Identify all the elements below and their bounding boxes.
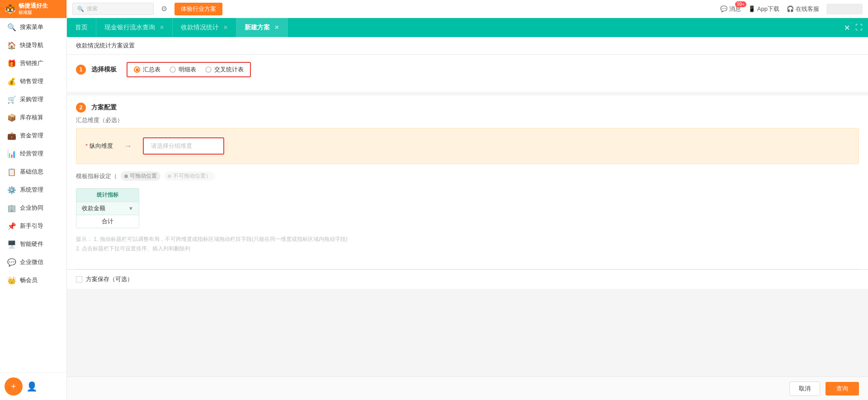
sidebar-logo: 🐯 畅捷通好生 标准版 <box>0 0 66 18</box>
radio-btn-cross[interactable] <box>205 66 212 73</box>
save-label: 方案保存（可选） <box>86 275 133 283</box>
config-area: 汇总维度（必选） * 纵向维度 → 请选择分组维度 模板指标设定（ <box>67 116 868 269</box>
download-btn[interactable]: 📱 App下载 <box>748 5 779 13</box>
enterprise-icon: 🏢 <box>7 203 16 212</box>
sidebar-item-capital[interactable]: 💼 资金管理 <box>0 127 66 145</box>
sidebar-label-quick-nav: 快捷导航 <box>20 41 43 49</box>
sidebar-item-marketing[interactable]: 🎁 营销推广 <box>0 54 66 72</box>
close-window-icon[interactable]: ✕ <box>844 24 850 32</box>
tip1-text: 1. 拖动标题栏可以调整布局，不可跨维度或指标区域拖动栏目字段(只能在同一维度或… <box>94 236 347 242</box>
smart-hw-icon: 🖥️ <box>7 240 16 249</box>
member-icon: 👑 <box>7 276 16 285</box>
tab-receipt-stat[interactable]: 收款情况统计 ✕ <box>173 18 236 37</box>
radio-detail[interactable]: 明细表 <box>170 66 196 74</box>
sidebar-label-guide: 新手引导 <box>20 222 43 230</box>
sidebar-item-quick-nav[interactable]: 🏠 快捷导航 <box>0 36 66 54</box>
sidebar-item-wechat[interactable]: 💬 企业微信 <box>0 253 66 271</box>
template-select-box: 汇总表 明细表 交叉统计表 <box>127 62 251 77</box>
radio-btn-summary[interactable] <box>134 66 140 73</box>
sidebar-label-operation: 经营管理 <box>20 150 43 158</box>
stats-table-total-row: 合计 <box>76 215 139 228</box>
sidebar-item-member[interactable]: 👑 畅会员 <box>0 271 66 289</box>
non-draggable-indicator: 不可拖动位置） <box>164 171 215 181</box>
tab-bank-flow[interactable]: 现金银行流水查询 ✕ <box>96 18 173 37</box>
service-btn[interactable]: 🎧 在线客服 <box>787 5 819 13</box>
stats-container: 统计指标 收款金额 ▼ 合计 <box>76 184 859 235</box>
search-placeholder-text: 搜索 <box>87 5 98 13</box>
sidebar-label-smart-hw: 智能硬件 <box>20 240 43 248</box>
radio-summary[interactable]: 汇总表 <box>134 66 160 74</box>
service-label: 在线客服 <box>796 5 819 13</box>
sidebar-item-operation[interactable]: 📊 经营管理 <box>0 145 66 163</box>
sidebar-item-enterprise[interactable]: 🏢 企业协同 <box>0 199 66 217</box>
logo-icon: 🐯 <box>5 4 16 14</box>
section2-label: 方案配置 <box>91 104 117 112</box>
dim-placeholder: 请选择分组维度 <box>151 142 192 149</box>
wechat-icon: 💬 <box>7 258 16 267</box>
save-checkbox[interactable] <box>76 276 82 282</box>
sidebar-item-purchase[interactable]: 🛒 采购管理 <box>0 90 66 108</box>
footer-bar: 取消 查询 <box>67 376 868 400</box>
download-label: App下载 <box>757 5 779 13</box>
sidebar-footer-btn[interactable]: + <box>5 377 23 395</box>
draggable-label: 可拖动位置 <box>130 172 157 180</box>
section1-num: 1 <box>76 65 86 75</box>
tab-bank-flow-label: 现金银行流水查询 <box>104 24 155 32</box>
tab-receipt-stat-close[interactable]: ✕ <box>223 24 228 31</box>
radio-label-detail: 明细表 <box>179 66 196 74</box>
sidebar-item-inventory[interactable]: 📦 库存核算 <box>0 108 66 127</box>
message-count: 99+ <box>735 1 746 7</box>
sidebar-label-sales: 销售管理 <box>20 77 43 85</box>
radio-btn-detail[interactable] <box>170 66 176 73</box>
tab-home-label: 首页 <box>75 24 88 32</box>
sidebar-item-system[interactable]: ⚙️ 系统管理 <box>0 181 66 199</box>
vertical-dim-label: * 纵向维度 <box>85 142 113 150</box>
section1-label: 选择模板 <box>91 66 117 74</box>
industry-btn[interactable]: 体验行业方案 <box>175 3 222 15</box>
topbar-search[interactable]: 🔍 搜索 <box>72 3 154 15</box>
section1: 1 选择模板 汇总表 明细表 交叉统计表 <box>67 55 868 92</box>
draggable-dot <box>124 174 128 178</box>
gear-icon[interactable]: ⚙ <box>161 5 167 13</box>
stats-item-label: 收款金额 <box>82 204 105 212</box>
sidebar-label-enterprise: 企业协同 <box>20 204 43 212</box>
tab-home[interactable]: 首页 <box>67 18 96 37</box>
tip1: 提示： 1. 拖动标题栏可以调整布局，不可跨维度或指标区域拖动栏目字段(只能在同… <box>76 235 859 243</box>
bottom-save: 方案保存（可选） <box>67 269 868 289</box>
radio-cross[interactable]: 交叉统计表 <box>205 66 244 74</box>
sidebar-item-smart-hw[interactable]: 🖥️ 智能硬件 <box>0 235 66 253</box>
dimension-title: 汇总维度（必选） <box>76 116 859 124</box>
message-icon: 💬 <box>720 5 727 12</box>
sidebar-item-basic-info[interactable]: 📋 基础信息 <box>0 163 66 181</box>
user-info[interactable] <box>826 4 863 14</box>
draggable-indicator: 可拖动位置 <box>121 171 160 181</box>
maximize-icon[interactable]: ⛶ <box>855 24 863 32</box>
sidebar-label-system: 系统管理 <box>20 186 43 194</box>
metrics-label-row: 模板指标设定（ 可拖动位置 不可拖动位置） <box>76 171 859 181</box>
stats-item-payment[interactable]: 收款金额 ▼ <box>76 202 139 215</box>
metrics-section-label: 模板指标设定（ <box>76 172 117 180</box>
query-button[interactable]: 查询 <box>826 382 859 395</box>
required-mark: * <box>85 142 88 149</box>
sidebar-item-guide[interactable]: 📌 新手引导 <box>0 217 66 235</box>
sidebar-footer-icon2: 👤 <box>26 381 38 392</box>
non-draggable-dot <box>168 174 171 178</box>
search-icon: 🔍 <box>77 6 84 12</box>
system-icon: ⚙️ <box>7 185 16 194</box>
topbar: 🔍 搜索 ⚙ 体验行业方案 💬 消息 99+ 📱 App下载 🎧 在线客服 <box>67 0 868 18</box>
dimension-selector[interactable]: 请选择分组维度 <box>143 137 224 155</box>
tab-new-plan-label: 新建方案 <box>245 24 270 32</box>
tabbar-actions: ✕ ⛶ <box>844 24 868 32</box>
section2-row: 2 方案配置 <box>76 103 859 113</box>
message-badge[interactable]: 💬 消息 99+ <box>720 5 741 13</box>
dropdown-arrow-icon: ▼ <box>128 206 133 211</box>
sidebar-item-sales[interactable]: 💰 销售管理 <box>0 72 66 90</box>
tab-bank-flow-close[interactable]: ✕ <box>160 24 164 31</box>
stats-row-label: 合计 <box>102 218 113 225</box>
tab-new-plan[interactable]: 新建方案 ✕ <box>236 18 288 37</box>
sidebar-label-marketing: 营销推广 <box>20 59 43 67</box>
sidebar-item-search-menu[interactable]: 🔍 搜索菜单 <box>0 18 66 36</box>
tab-new-plan-close[interactable]: ✕ <box>274 24 279 31</box>
stats-header-label: 统计指标 <box>97 192 118 198</box>
cancel-button[interactable]: 取消 <box>789 381 820 396</box>
